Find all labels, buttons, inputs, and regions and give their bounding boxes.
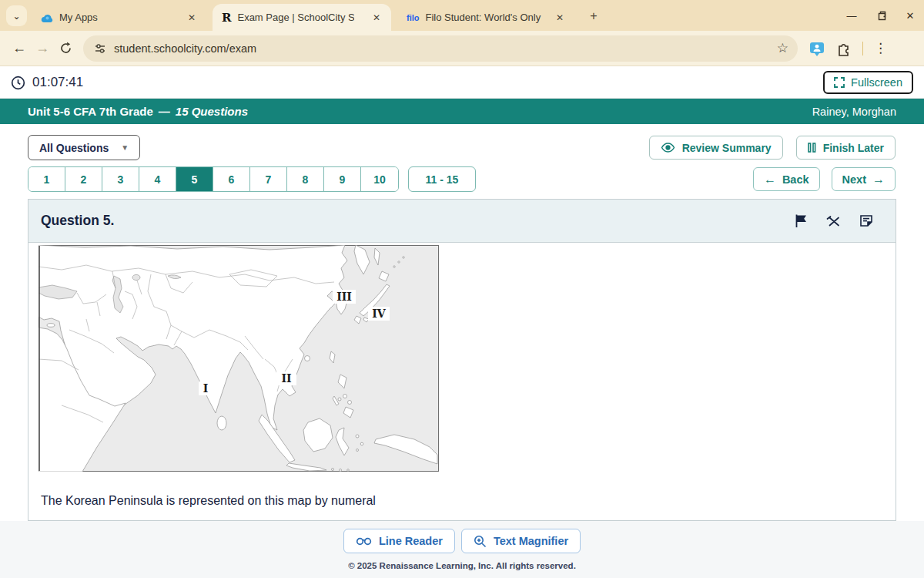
back-label: Back (782, 173, 809, 186)
clock-icon (11, 76, 25, 90)
review-summary-label: Review Summary (682, 142, 772, 154)
site-settings-icon[interactable] (94, 42, 106, 55)
question-number-button-1[interactable]: 1 (28, 167, 65, 191)
flag-question-icon[interactable] (795, 213, 808, 228)
next-label: Next (842, 173, 866, 186)
fullscreen-label: Fullscreen (851, 76, 902, 89)
question-number-button-8[interactable]: 8 (287, 167, 324, 191)
profile-badge-icon[interactable] (808, 40, 825, 57)
tab-title: Exam Page | SchoolCity Studen (237, 12, 354, 23)
glasses-icon (356, 536, 372, 546)
toolbar-divider (862, 42, 863, 55)
question-heading: Question 5. (41, 213, 114, 229)
exam-timer-row: 01:07:41 Fullscreen (0, 66, 924, 99)
next-button[interactable]: Next → (832, 167, 896, 191)
review-summary-button[interactable]: Review Summary (649, 136, 783, 160)
map-numeral-III: III (336, 291, 352, 303)
cloud-icon (40, 12, 53, 23)
question-number-button-2[interactable]: 2 (65, 167, 102, 191)
magnifier-plus-icon (474, 535, 487, 548)
notepad-icon[interactable] (859, 214, 873, 227)
timer-value: 01:07:41 (32, 75, 83, 90)
map-numeral-II: II (281, 372, 291, 385)
question-number-button-10[interactable]: 10 (361, 167, 398, 191)
question-prompt: The Korean Peninsula is represented on t… (41, 494, 896, 508)
renaissance-logo-icon: R (222, 11, 231, 25)
fullscreen-icon (834, 77, 845, 88)
new-tab-button[interactable]: + (585, 8, 602, 25)
question-number-button-3[interactable]: 3 (102, 167, 139, 191)
address-bar[interactable]: student.schoolcity.com/exam ☆ (83, 35, 798, 62)
answer-eliminator-icon[interactable] (826, 214, 841, 227)
question-map-image: I II III IV (38, 245, 439, 472)
student-name: Rainey, Morghan (812, 106, 896, 118)
close-window-icon[interactable]: ✕ (904, 9, 916, 22)
forward-icon[interactable]: → (31, 37, 54, 60)
fullscreen-button[interactable]: Fullscreen (823, 71, 913, 94)
exam-title-dash: — (159, 105, 170, 118)
minimize-window-icon[interactable]: — (845, 9, 858, 22)
exam-title: Unit 5-6 CFA 7th Grade (28, 105, 153, 118)
tab-close-icon[interactable]: ✕ (553, 11, 567, 25)
browser-toolbar: ← → student.schoolcity.com/exam ☆ ⋮ (0, 31, 924, 66)
question-number-button-5[interactable]: 5 (176, 167, 213, 191)
restore-window-icon[interactable] (875, 9, 887, 22)
map-numeral-I: I (203, 382, 209, 395)
line-reader-label: Line Reader (379, 535, 443, 547)
tab-close-icon[interactable]: ✕ (370, 11, 383, 25)
extensions-puzzle-icon[interactable] (836, 41, 852, 56)
map-numeral-IV: IV (372, 307, 387, 320)
chevron-down-icon: ⌄ (12, 11, 20, 22)
eye-icon (661, 143, 675, 153)
question-number-group: 12345678910 (28, 166, 399, 192)
pause-icon (808, 143, 816, 153)
tab-exam-page[interactable]: R Exam Page | SchoolCity Studen ✕ (213, 4, 391, 31)
tab-title: My Apps (59, 12, 98, 23)
back-button[interactable]: ← Back (753, 167, 820, 191)
all-questions-dropdown[interactable]: All Questions ▼ (28, 135, 140, 160)
timer: 01:07:41 (11, 66, 83, 99)
tab-close-icon[interactable]: ✕ (185, 11, 199, 25)
exam-header-bar: Unit 5-6 CFA 7th Grade — 15 Questions Ra… (0, 99, 924, 124)
exam-content: All Questions ▼ Review Summary (0, 124, 924, 578)
back-icon[interactable]: ← (8, 37, 31, 60)
browser-tab-strip: ⌄ My Apps ✕ R Exam Page | SchoolCity Stu… (0, 0, 924, 31)
url-text[interactable]: student.schoolcity.com/exam (114, 42, 777, 55)
all-questions-label: All Questions (39, 142, 109, 154)
tab-title: Filo Student: World's Only Live I (426, 12, 543, 23)
filo-logo-icon: filo (407, 13, 420, 22)
exam-question-count: 15 Questions (176, 105, 248, 118)
finish-later-label: Finish Later (823, 142, 884, 154)
question-number-button-4[interactable]: 4 (139, 167, 176, 191)
text-magnifier-button[interactable]: Text Magnifier (461, 529, 581, 553)
tab-search-button[interactable]: ⌄ (6, 5, 27, 26)
arrow-right-icon: → (872, 173, 885, 187)
bookmark-star-icon[interactable]: ☆ (777, 40, 788, 56)
question-panel: Question 5. (28, 199, 896, 521)
browser-menu-icon[interactable]: ⋮ (874, 40, 887, 56)
question-number-button-7[interactable]: 7 (250, 167, 287, 191)
question-panel-header: Question 5. (28, 200, 896, 243)
finish-later-button[interactable]: Finish Later (796, 136, 896, 160)
bottom-section: Line Reader Text Magnifier © 2025 Renais… (0, 521, 924, 578)
line-reader-button[interactable]: Line Reader (343, 529, 455, 553)
arrow-left-icon: ← (764, 173, 776, 187)
reload-icon[interactable] (54, 37, 77, 60)
question-number-button-6[interactable]: 6 (213, 167, 250, 191)
copyright-text: © 2025 Renaissance Learning, Inc. All ri… (0, 561, 924, 570)
chevron-down-icon: ▼ (121, 143, 129, 152)
tab-filo-student[interactable]: filo Filo Student: World's Only Live I ✕ (397, 4, 574, 31)
question-number-button-9[interactable]: 9 (324, 167, 361, 191)
tab-my-apps[interactable]: My Apps ✕ (31, 4, 206, 31)
text-magnifier-label: Text Magnifier (494, 535, 568, 547)
question-range-button[interactable]: 11 - 15 (408, 166, 476, 192)
